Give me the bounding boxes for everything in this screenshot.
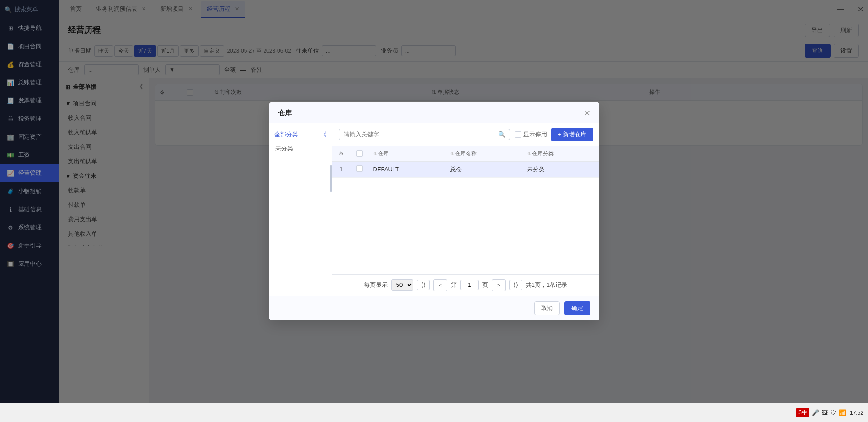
modal-next-btn: 页 (482, 281, 488, 289)
modal-body: 全部分类 《 未分类 🔍 (269, 123, 599, 296)
taskbar: S中 🎤 🖼 🛡 📶 17:52 (0, 403, 868, 422)
show-disabled-checkbox[interactable] (515, 131, 521, 138)
modal-left-panel: 全部分类 《 未分类 (269, 123, 332, 296)
modal-first-page-btn[interactable]: ⟨⟨ (417, 280, 430, 290)
row-name: 总仓 (446, 162, 523, 177)
table-row[interactable]: 1 DEFAULT 总仓 未分类 (332, 162, 599, 178)
modal-th-code-label: 仓库... (378, 150, 393, 158)
modal-warehouse: 仓库 ✕ 全部分类 《 未分类 (269, 102, 599, 320)
modal-cat-unclassified[interactable]: 未分类 (269, 141, 332, 156)
modal-th-settings: ⚙ (332, 146, 350, 161)
modal-last-page-btn[interactable]: ⟩⟩ (509, 280, 522, 290)
modal-total-label: 共1页，1条记录 (526, 281, 567, 289)
modal-toolbar: 🔍 显示停用 + 新增仓库 (332, 123, 599, 146)
modal-footer: 取消 确定 (269, 296, 599, 320)
modal-pagination: 每页显示 50 ⟨⟨ ＜ 第 页 ＞ ⟩⟩ 共1页，1条记录 (332, 274, 599, 296)
modal-th-check (350, 146, 369, 161)
modal-all-categories-label: 全部分类 (274, 131, 298, 139)
modal-th-checkbox[interactable] (356, 150, 363, 157)
taskbar-icons: S中 🎤 🖼 🛡 📶 (796, 408, 846, 417)
modal-right-panel: 🔍 显示停用 + 新增仓库 ⚙ (332, 123, 599, 296)
modal-per-page-label: 每页显示 (364, 281, 388, 289)
row-code: DEFAULT (369, 162, 446, 176)
taskbar-icon-shield[interactable]: 🛡 (830, 409, 836, 416)
modal-th-settings-icon[interactable]: ⚙ (339, 150, 344, 157)
modal-header: 仓库 ✕ (269, 102, 599, 123)
modal-page-label: 第 (451, 281, 457, 289)
show-disabled-label[interactable]: 显示停用 (515, 131, 547, 139)
modal-confirm-btn[interactable]: 确定 (564, 301, 590, 315)
modal-search-icon[interactable]: 🔍 (498, 131, 505, 138)
modal-search-box: 🔍 (339, 129, 511, 140)
row-check[interactable] (350, 162, 369, 177)
modal-title: 仓库 (278, 109, 292, 117)
taskbar-icon-mic[interactable]: 🎤 (812, 409, 819, 416)
modal-th-name-label: 仓库名称 (455, 150, 477, 158)
row-category: 未分类 (523, 162, 599, 177)
modal-th-category: ⇅ 仓库分类 (523, 146, 599, 161)
modal-close-btn[interactable]: ✕ (584, 108, 590, 118)
modal-th-code: ⇅ 仓库... (369, 146, 446, 161)
taskbar-icon-img[interactable]: 🖼 (822, 409, 828, 416)
modal-next-page-btn[interactable]: ＞ (492, 279, 506, 291)
taskbar-icon-signal[interactable]: 📶 (839, 409, 846, 416)
taskbar-icon-s[interactable]: S中 (796, 408, 809, 417)
show-disabled-text: 显示停用 (523, 131, 547, 139)
modal-search-input[interactable] (344, 131, 496, 138)
modal-th-category-label: 仓库分类 (532, 150, 554, 158)
add-warehouse-btn[interactable]: + 新增仓库 (551, 128, 593, 141)
modal-all-categories[interactable]: 全部分类 《 (269, 128, 332, 141)
modal-overlay: 仓库 ✕ 全部分类 《 未分类 (0, 0, 868, 422)
modal-prev-page-btn[interactable]: ＜ (433, 279, 447, 291)
row-settings: 1 (332, 162, 350, 176)
modal-th-category-sort[interactable]: ⇅ (527, 151, 531, 156)
modal-cancel-btn[interactable]: 取消 (534, 301, 560, 315)
modal-th-name: ⇅ 仓库名称 (446, 146, 523, 161)
modal-th-name-sort[interactable]: ⇅ (450, 151, 454, 156)
modal-per-page-select[interactable]: 50 (391, 279, 413, 291)
taskbar-clock: 17:52 (850, 410, 863, 416)
modal-th-code-sort[interactable]: ⇅ (373, 151, 377, 156)
modal-page-input[interactable] (460, 280, 479, 290)
modal-table-header: ⚙ ⇅ 仓库... ⇅ 仓库名称 (332, 146, 599, 162)
modal-left-collapse-icon[interactable]: 《 (321, 131, 326, 139)
modal-table: ⚙ ⇅ 仓库... ⇅ 仓库名称 (332, 146, 599, 274)
row-checkbox[interactable] (356, 165, 363, 172)
